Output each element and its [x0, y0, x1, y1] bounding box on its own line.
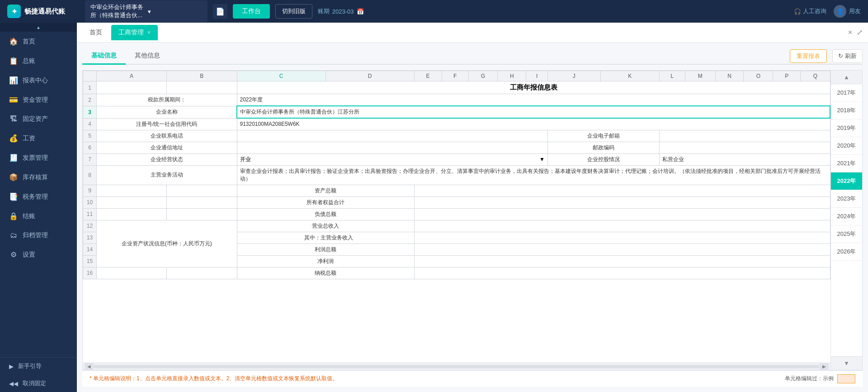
- sidebar-item-home[interactable]: 🏠 首页: [0, 32, 77, 51]
- tab-home[interactable]: 首页: [82, 25, 109, 40]
- header-right: 🎧 人工咨询 👤 用友: [794, 5, 861, 18]
- cell-14-value[interactable]: [414, 244, 830, 255]
- cell-7-control-value[interactable]: 私营企业: [659, 153, 830, 165]
- year-panel-up[interactable]: ▲: [831, 71, 862, 84]
- ledger-icon: 📋: [9, 57, 18, 65]
- sidebar-label-inventory: 库存核算: [23, 173, 48, 182]
- calendar-icon[interactable]: 📅: [357, 8, 364, 15]
- cell-12-value[interactable]: [414, 220, 830, 232]
- service-label: 人工咨询: [803, 7, 826, 15]
- cell-5-email[interactable]: [659, 130, 830, 142]
- headset-icon: 🎧: [794, 8, 801, 15]
- tab-commerce-label: 工商管理: [118, 29, 144, 37]
- sidebar-label-assets: 固定资产: [23, 115, 48, 123]
- user-name: 用友: [849, 7, 861, 15]
- invoice-icon: 🧾: [9, 153, 18, 162]
- year-item-2020[interactable]: 2020年: [831, 137, 862, 155]
- cell-13-value[interactable]: [414, 232, 830, 244]
- sub-tab-basic[interactable]: 基础信息: [82, 48, 126, 65]
- year-item-2017[interactable]: 2017年: [831, 84, 862, 102]
- cell-4-value[interactable]: 91320100MA208E5W6K: [237, 118, 830, 130]
- company-name: 中审众环会计师事务所（特殊普通合伙...: [90, 3, 144, 19]
- sidebar-item-ledger[interactable]: 📋 总账: [0, 51, 77, 71]
- year-item-2018[interactable]: 2018年: [831, 102, 862, 120]
- cell-10-value[interactable]: [414, 196, 830, 208]
- cell-3-value[interactable]: 中审众环会计师事务所（特殊普通合伙）江苏分所: [237, 106, 830, 118]
- sidebar-item-newbie[interactable]: ▶ 新手引导: [0, 358, 77, 375]
- col-k: K: [600, 71, 659, 81]
- document-icon[interactable]: 📄: [213, 4, 227, 19]
- col-e: E: [414, 71, 442, 81]
- cell-15-value[interactable]: [414, 255, 830, 267]
- cell-6-label: 企业通信地址: [97, 142, 237, 153]
- cell-11-value[interactable]: [414, 208, 830, 220]
- cell-9-value[interactable]: [414, 185, 830, 196]
- sidebar-label-salary: 工资: [23, 134, 35, 143]
- scroll-track[interactable]: [94, 365, 820, 368]
- sub-tab-other[interactable]: 其他信息: [126, 48, 169, 65]
- year-item-2026[interactable]: 2026年: [831, 243, 862, 261]
- tab-expand-icon[interactable]: ⤢: [857, 28, 863, 37]
- finance-icon: 💳: [9, 96, 18, 104]
- scroll-left-button[interactable]: ◀: [85, 363, 94, 370]
- cell-5-phone[interactable]: [237, 130, 547, 142]
- sub-tab-actions: 重置报表 ↻ 刷新: [790, 49, 863, 63]
- sidebar-item-closing[interactable]: 🔒 结账: [0, 206, 77, 226]
- workbench-button[interactable]: 工作台: [233, 4, 270, 19]
- sidebar-item-salary[interactable]: 💰 工资: [0, 129, 77, 148]
- year-item-2025[interactable]: 2025年: [831, 225, 862, 243]
- cell-16-value[interactable]: [414, 267, 830, 279]
- cell-6-postal[interactable]: [659, 142, 830, 153]
- refresh-button[interactable]: ↻ 刷新: [832, 49, 863, 63]
- company-selector[interactable]: 中审众环会计师事务所（特殊普通合伙... ▾: [85, 0, 208, 22]
- table-row: 3 企业名称 中审众环会计师事务所（特殊普通合伙）江苏分所: [83, 106, 830, 118]
- row-num-11: 11: [83, 208, 97, 220]
- sidebar-scroll-up[interactable]: ▲: [0, 23, 77, 32]
- scroll-right-button[interactable]: ▶: [820, 363, 829, 370]
- year-item-2022[interactable]: 2022年: [831, 172, 862, 190]
- sidebar-label-finance: 资金管理: [23, 96, 48, 104]
- sidebar-item-reports[interactable]: 📊 报表中心: [0, 71, 77, 90]
- year-item-2023[interactable]: 2023年: [831, 190, 862, 208]
- sidebar-label-ledger: 总账: [23, 57, 35, 65]
- user-info[interactable]: 👤 用友: [834, 5, 861, 18]
- sidebar-item-unpin[interactable]: ◀◀ 取消固定: [0, 375, 77, 392]
- dropdown-icon[interactable]: ▼: [539, 156, 545, 163]
- sidebar-label-newbie: 新手引导: [18, 362, 42, 370]
- cell-12-section-label: 企业资产状况信息(币种：人民币万元): [97, 220, 237, 267]
- tab-close-all-icon[interactable]: ×: [848, 29, 852, 37]
- year-item-2021[interactable]: 2021年: [831, 155, 862, 172]
- col-m: M: [685, 71, 715, 81]
- service-button[interactable]: 🎧 人工咨询: [794, 7, 826, 15]
- cell-7-status[interactable]: 开业 ▼: [237, 153, 547, 165]
- row-num-1: 1: [83, 81, 97, 94]
- cell-2-value[interactable]: 2022年度: [237, 94, 830, 106]
- sidebar-item-invoice[interactable]: 🧾 发票管理: [0, 148, 77, 167]
- year-item-2019[interactable]: 2019年: [831, 120, 862, 137]
- tab-close-icon[interactable]: ×: [147, 29, 151, 36]
- spreadsheet-scroll[interactable]: A B C D E F G H I J: [83, 71, 830, 363]
- sidebar-item-archive[interactable]: 🗂 归档管理: [0, 226, 77, 245]
- sidebar-item-tax[interactable]: 📑 税务管理: [0, 187, 77, 206]
- year-item-2024[interactable]: 2024年: [831, 208, 862, 225]
- refresh-icon: ↻: [838, 53, 843, 59]
- cell-tip: * 单元格编辑说明：1、点击单元格直接录入数值或文本。2、清空单元格数值或文本恢…: [90, 375, 338, 382]
- period-text: 账期: [318, 7, 330, 15]
- col-c: C: [237, 71, 326, 81]
- horizontal-scrollbar[interactable]: ◀ ▶: [83, 363, 830, 370]
- sidebar-item-assets[interactable]: 🏗 固定资产: [0, 110, 77, 129]
- sidebar-item-settings[interactable]: ⚙ 设置: [0, 245, 77, 264]
- tab-commerce[interactable]: 工商管理 ×: [111, 25, 158, 40]
- cell-15-label: 净利润: [237, 255, 414, 267]
- reset-button[interactable]: 重置报表: [790, 49, 827, 63]
- sidebar-item-inventory[interactable]: 📦 库存核算: [0, 167, 77, 187]
- table-row: 6 企业通信地址 邮政编码: [83, 142, 830, 153]
- old-version-button[interactable]: 切到旧版: [275, 4, 312, 19]
- cell-8-value[interactable]: 审查企业会计报表；出具审计报告；验证企业资本；出具验资报告；办理企业合开、分立、…: [237, 165, 830, 185]
- cell-6-addr[interactable]: [237, 142, 547, 153]
- year-panel-down[interactable]: ▼: [831, 356, 862, 370]
- sidebar-item-finance[interactable]: 💳 资金管理: [0, 90, 77, 110]
- home-icon: 🏠: [9, 37, 18, 46]
- row-num-5: 5: [83, 130, 97, 142]
- cell-9b: [167, 185, 237, 196]
